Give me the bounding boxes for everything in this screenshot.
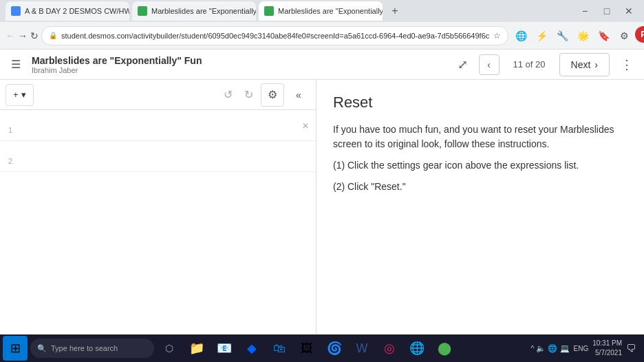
browser-action-icons: 🌐 ⚡ 🔧 🌟 🔖 ⚙ P ⋮ xyxy=(511,26,644,45)
undo-button[interactable]: ↺ xyxy=(218,85,237,105)
expand-button[interactable]: ⤢ xyxy=(455,54,471,75)
taskbar-edge[interactable]: 🌀 xyxy=(322,336,347,361)
reload-button[interactable]: ↻ xyxy=(30,26,39,45)
extension-icon-2[interactable]: ⚡ xyxy=(532,26,551,45)
calculator-toolbar: + ▾ ↺ ↻ ⚙ « xyxy=(0,80,316,110)
title-bar: A & B DAY 2 DESMOS CW/HW: … ✕ Marbleslid… xyxy=(0,0,644,22)
extension-icon-3[interactable]: 🔧 xyxy=(552,26,572,45)
tab1-favicon xyxy=(11,6,21,16)
app-title-group: Marbleslides are "Exponentially" Fun Ibr… xyxy=(32,55,202,74)
taskbar-system-tray: ^ 🔈 🌐 💻 ENG 10:31 PM 5/7/2021 🗨 xyxy=(525,339,641,358)
calculator-panel: + ▾ ↺ ↻ ⚙ « 1 ✕ 2 xyxy=(0,80,316,334)
maximize-icon[interactable]: □ xyxy=(597,1,616,21)
section-body: If you have too much fun, and you want t… xyxy=(333,123,627,194)
taskbar-photos[interactable]: 🖼 xyxy=(294,336,319,361)
taskbar-file-explorer[interactable]: 📁 xyxy=(184,336,209,361)
tab-3-active[interactable]: Marbleslides are "Exponentially" ✕ xyxy=(259,1,383,21)
plus-icon: + xyxy=(13,89,19,100)
app-title: Marbleslides are "Exponentially" Fun xyxy=(32,55,202,66)
system-tray-icons: ^ 🔈 🌐 💻 xyxy=(530,344,569,353)
clock-date: 5/7/2021 xyxy=(592,348,622,358)
instruction-paragraph-1: If you have too much fun, and you want t… xyxy=(333,123,627,151)
tab-2[interactable]: Marbleslides are "Exponentially" ✕ xyxy=(132,1,256,21)
taskbar: ⊞ 🔍 Type here to search ⬡ 📁 📧 ◆ 🛍 🖼 🌀 W … xyxy=(0,334,644,362)
notifications-icon[interactable]: 🗨 xyxy=(626,343,636,354)
add-dropdown-icon: ▾ xyxy=(21,89,26,100)
section-title: Reset xyxy=(333,94,627,111)
extension-icon-6[interactable]: ⚙ xyxy=(614,26,634,45)
search-placeholder: Type here to search xyxy=(51,344,118,352)
clock-time: 10:31 PM xyxy=(592,339,622,348)
add-expression-button[interactable]: + ▾ xyxy=(6,84,34,106)
next-label: Next xyxy=(571,59,591,70)
app-author: Ibrahim Jaber xyxy=(32,66,202,74)
tab-1[interactable]: A & B DAY 2 DESMOS CW/HW: … ✕ xyxy=(6,1,129,21)
keyboard-lang: ENG xyxy=(574,345,589,352)
new-tab-button[interactable]: + xyxy=(385,1,405,21)
forward-button[interactable]: → xyxy=(18,26,28,45)
next-button[interactable]: Next › xyxy=(559,53,610,76)
expression-input-2[interactable] xyxy=(21,141,316,171)
expression-delete-1[interactable]: ✕ xyxy=(295,116,316,136)
back-button[interactable]: ← xyxy=(6,26,15,45)
instructions-panel: Reset If you have too much fun, and you … xyxy=(316,80,644,334)
taskbar-word[interactable]: W xyxy=(350,336,374,361)
expression-number-2: 2 xyxy=(0,141,21,171)
extension-icon-5[interactable]: 🔖 xyxy=(594,26,613,45)
tab3-label: Marbleslides are "Exponentially" xyxy=(278,7,383,15)
extension-icon-1[interactable]: 🌐 xyxy=(511,26,530,45)
more-options-button[interactable]: ⋮ xyxy=(618,54,636,75)
expression-list: 1 ✕ 2 xyxy=(0,110,316,334)
start-button[interactable]: ⊞ xyxy=(3,336,28,361)
taskbar-search[interactable]: 🔍 Type here to search xyxy=(30,339,154,358)
profile-avatar[interactable]: P xyxy=(635,26,644,43)
next-chevron-icon: › xyxy=(594,59,598,70)
taskbar-cortana[interactable]: ⬡ xyxy=(157,336,182,361)
search-icon: 🔍 xyxy=(37,344,47,353)
redo-button[interactable]: ↻ xyxy=(239,85,258,105)
taskbar-chrome[interactable]: 🌐 xyxy=(405,336,429,361)
nav-bar: ← → ↻ 🔒 student.desmos.com/activitybuild… xyxy=(0,22,644,50)
tab3-favicon xyxy=(264,6,274,16)
taskbar-clock: 10:31 PM 5/7/2021 xyxy=(592,339,622,358)
page-indicator: 11 of 20 xyxy=(508,59,551,70)
table-row: 1 ✕ xyxy=(0,110,316,141)
lock-icon: 🔒 xyxy=(49,32,57,39)
taskbar-mail[interactable]: 📧 xyxy=(212,336,237,361)
tab1-label: A & B DAY 2 DESMOS CW/HW: … xyxy=(25,7,129,15)
extension-icon-4[interactable]: 🌟 xyxy=(573,26,592,45)
expression-number-1: 1 xyxy=(0,110,21,140)
collapse-panel-button[interactable]: « xyxy=(287,83,310,107)
address-text: student.desmos.com/activitybuilder/stude… xyxy=(61,32,489,40)
address-bar[interactable]: 🔒 student.desmos.com/activitybuilder/stu… xyxy=(41,26,508,45)
tab2-favicon xyxy=(138,6,147,16)
tab2-label: Marbleslides are "Exponentially" xyxy=(151,7,256,15)
minimize-icon[interactable]: − xyxy=(575,1,594,21)
taskbar-store[interactable]: 🛍 xyxy=(267,336,292,361)
instruction-paragraph-3: (2) Click "Reset." xyxy=(333,180,627,194)
app-header: ☰ Marbleslides are "Exponentially" Fun I… xyxy=(0,50,644,80)
instruction-paragraph-2: (1) Click the settings gear icon above t… xyxy=(333,158,627,173)
taskbar-dropbox[interactable]: ◆ xyxy=(239,336,264,361)
expression-input-1[interactable] xyxy=(21,110,295,140)
close-icon[interactable]: ✕ xyxy=(619,1,638,21)
hamburger-menu-button[interactable]: ☰ xyxy=(8,55,23,74)
table-row: 2 xyxy=(0,141,316,172)
settings-gear-button[interactable]: ⚙ xyxy=(261,83,284,107)
bookmark-icon[interactable]: ☆ xyxy=(493,31,501,41)
prev-page-button[interactable]: ‹ xyxy=(479,54,500,75)
main-content: + ▾ ↺ ↻ ⚙ « 1 ✕ 2 Reset If xyxy=(0,80,644,334)
taskbar-app2[interactable]: ⬤ xyxy=(432,336,457,361)
taskbar-app1[interactable]: ◎ xyxy=(377,336,402,361)
undo-redo-group: ↺ ↻ xyxy=(218,85,258,105)
window-controls: − □ ✕ xyxy=(575,1,638,21)
